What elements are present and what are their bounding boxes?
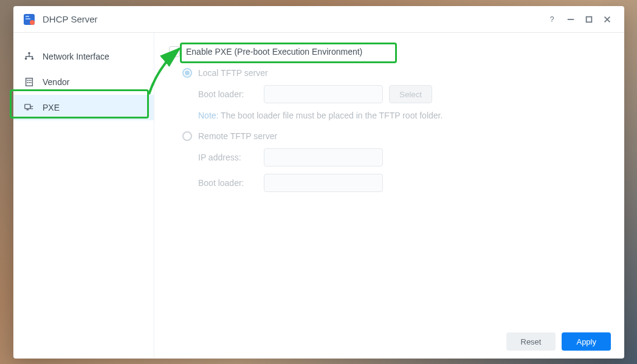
svg-rect-5: [568, 19, 574, 20]
svg-point-19: [32, 106, 33, 107]
sidebar-item-vendor[interactable]: Vendor: [13, 69, 154, 95]
svg-rect-6: [587, 16, 592, 22]
pxe-content: Enable PXE (Pre-boot Execution Environme…: [154, 33, 624, 325]
svg-point-9: [32, 58, 34, 60]
remote-tftp-radio[interactable]: [182, 131, 192, 141]
sidebar-item-network-interface[interactable]: Network Interface: [13, 44, 154, 69]
close-button[interactable]: [599, 11, 616, 28]
note-text: The boot loader file must be placed in t…: [221, 111, 442, 120]
local-boot-loader-input[interactable]: [264, 85, 383, 103]
svg-point-3: [30, 20, 35, 25]
svg-rect-16: [30, 82, 32, 83]
help-button[interactable]: ?: [544, 11, 561, 28]
pxe-icon: [23, 101, 35, 114]
svg-point-20: [32, 108, 33, 109]
sidebar-item-label: Network Interface: [43, 52, 109, 61]
sidebar-item-pxe[interactable]: PXE: [13, 95, 154, 120]
svg-rect-12: [29, 80, 30, 81]
svg-rect-17: [25, 105, 30, 109]
remote-tftp-label: Remote TFTP server: [198, 131, 277, 141]
footer: Reset Apply: [154, 325, 624, 359]
note-label: Note:: [198, 111, 218, 120]
local-tftp-label: Local TFTP server: [198, 68, 268, 78]
maximize-button[interactable]: [580, 11, 597, 28]
remote-ip-label: IP address:: [198, 153, 264, 162]
enable-pxe-label: Enable PXE (Pre-boot Execution Environme…: [186, 47, 362, 57]
remote-boot-loader-label: Boot loader:: [198, 178, 264, 188]
svg-point-7: [28, 52, 30, 55]
sidebar-item-label: PXE: [43, 103, 60, 112]
enable-pxe-checkbox[interactable]: [169, 46, 180, 57]
reset-button[interactable]: Reset: [506, 332, 556, 351]
select-boot-loader-button[interactable]: Select: [389, 85, 432, 103]
apply-button[interactable]: Apply: [562, 332, 611, 351]
sidebar: Network Interface Vendor PXE: [13, 33, 154, 359]
local-boot-loader-label: Boot loader:: [198, 89, 264, 99]
remote-ip-input[interactable]: [264, 148, 383, 167]
svg-point-8: [25, 58, 27, 60]
app-window: DHCP Server ? Network Interface: [13, 6, 624, 359]
app-icon: [22, 12, 36, 27]
svg-rect-14: [27, 82, 28, 83]
svg-text:?: ?: [550, 15, 554, 24]
svg-rect-15: [29, 82, 30, 83]
sidebar-item-label: Vendor: [43, 77, 69, 87]
svg-rect-2: [26, 18, 30, 19]
local-tftp-radio[interactable]: [182, 68, 192, 78]
building-icon: [23, 76, 35, 88]
remote-boot-loader-input[interactable]: [264, 174, 383, 192]
titlebar: DHCP Server ?: [13, 6, 624, 33]
minimize-button[interactable]: [562, 11, 579, 28]
svg-rect-1: [26, 16, 29, 17]
svg-rect-13: [30, 80, 32, 81]
svg-rect-11: [27, 80, 28, 81]
network-icon: [23, 50, 35, 63]
svg-rect-18: [27, 109, 29, 111]
window-title: DHCP Server: [43, 14, 98, 24]
